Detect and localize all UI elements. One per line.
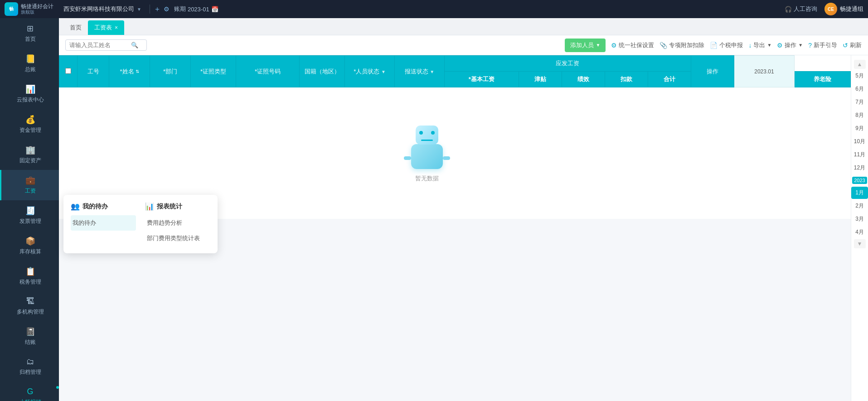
sidebar-item-ledger[interactable]: 📒 总账 (0, 48, 59, 79)
popup-col-todo-title: 👥 我的待办 (71, 202, 136, 211)
sidebar-item-multi-org[interactable]: 🏗 多机构管理 (0, 291, 59, 321)
month-nov[interactable]: 11月 (851, 149, 868, 161)
home-icon: ⊞ (27, 24, 34, 34)
logo-icon: 畅 (5, 2, 18, 16)
sidebar-item-home[interactable]: ⊞ 首页 (0, 18, 59, 48)
right-panel: ▲ 5月 6月 7月 8月 9月 10月 11月 12月 2023 1月 2月 … (851, 55, 868, 401)
calendar-icon[interactable]: 📅 (211, 6, 218, 13)
personnel-status-filter-icon[interactable]: ▼ (381, 69, 386, 74)
popup-item-dept-expense[interactable]: 部门费用类型统计表 (145, 231, 210, 246)
tax-declare-button[interactable]: 📄 个税申报 (710, 41, 743, 49)
sidebar-item-inventory[interactable]: 📦 库存核算 (0, 231, 59, 261)
toolbar-right: 添加人员 ▼ ⚙ 统一社保设置 📎 专项附加扣除 📄 个税申报 ↓ 导 (565, 39, 862, 52)
popup-col-report-label: 报表统计 (157, 203, 182, 211)
popup-col-todo: 👥 我的待办 我的待办 (71, 202, 136, 246)
sidebar-item-fund[interactable]: 💰 资金管理 (0, 109, 59, 140)
scroll-down-button[interactable]: ▼ (854, 239, 866, 248)
scroll-up-button[interactable]: ▲ (854, 60, 866, 69)
search-icon[interactable]: 🔍 (131, 42, 138, 48)
salary-table: 工号 *姓名 ⇅ *部门 *证照类型 *证照号码 国籍（地区） (59, 55, 851, 219)
todo-icon: 👥 (71, 202, 80, 211)
month-dec[interactable]: 12月 (851, 162, 868, 174)
th-date-column: 2023.01 (734, 56, 794, 87)
company-settings-icon[interactable]: ⚙ (164, 5, 170, 13)
social-insurance-button[interactable]: ⚙ 统一社保设置 (611, 41, 654, 49)
search-box[interactable]: 🔍 (65, 39, 147, 51)
sidebar-label-close-period: 结账 (25, 338, 36, 346)
period-value: 2023-01 (188, 6, 209, 13)
month-jun[interactable]: 6月 (851, 83, 868, 95)
service-label: 人工咨询 (794, 5, 817, 13)
social-insurance-icon: ⚙ (611, 42, 617, 49)
tab-close-icon[interactable]: × (115, 24, 118, 31)
archive-icon: 🗂 (26, 357, 34, 367)
tab-salary-label: 工资表 (94, 24, 112, 32)
tab-home[interactable]: 首页 (63, 20, 88, 35)
month-mar[interactable]: 3月 (851, 213, 868, 225)
robot-right-eye (431, 131, 435, 135)
sidebar-label-multi-org: 多机构管理 (17, 308, 44, 316)
special-deduction-button[interactable]: 📎 专项附加扣除 (659, 41, 704, 49)
company-selector[interactable]: 西安虾米网络科技有限公司 ▼ (59, 5, 146, 13)
th-department: *部门 (150, 56, 191, 87)
th-employee-id: 工号 (78, 56, 109, 87)
operations-button[interactable]: ⚙ 操作 ▼ (777, 41, 803, 49)
fixed-assets-icon: 🏢 (25, 145, 35, 155)
year-badge: 2023 (852, 177, 867, 184)
month-apr[interactable]: 4月 (851, 226, 868, 238)
headset-icon: 🎧 (785, 6, 792, 13)
popup-col-report: 📊 报表统计 费用趋势分析 部门费用类型统计表 (145, 202, 210, 246)
name-sort-icon[interactable]: ⇅ (136, 69, 139, 74)
period-label: 账期 (174, 5, 186, 13)
user-service-button[interactable]: 🎧 人工咨询 (785, 5, 817, 13)
sidebar-item-close-period[interactable]: 📓 结账 (0, 321, 59, 352)
month-may[interactable]: 5月 (851, 70, 868, 82)
search-input[interactable] (69, 42, 128, 48)
tab-bar: 首页 工资表 × (59, 18, 868, 35)
refresh-button[interactable]: ↺ 刷新 (843, 41, 862, 49)
month-jan[interactable]: 1月 (851, 187, 868, 199)
report-status-filter-icon[interactable]: ▼ (430, 69, 434, 74)
sidebar-label-home: 首页 (25, 35, 36, 43)
month-jul[interactable]: 7月 (851, 96, 868, 108)
inventory-icon: 📦 (25, 236, 35, 246)
cloud-report-icon: 📊 (25, 84, 35, 94)
robot-left-arm (404, 156, 411, 160)
export-button[interactable]: ↓ 导出 ▼ (748, 41, 771, 49)
month-sep[interactable]: 9月 (851, 122, 868, 135)
th-operations: 操作 (691, 56, 734, 87)
sidebar-item-invoice[interactable]: 🧾 发票管理 (0, 200, 59, 231)
user-name: 畅捷通组 (840, 5, 863, 13)
th-deductions: 扣款 (605, 72, 648, 87)
month-feb[interactable]: 2月 (851, 200, 868, 212)
user-avatar-area[interactable]: CE 畅捷通组 (824, 3, 863, 15)
sidebar-item-salary[interactable]: 💼 工资 (0, 170, 59, 200)
ledger-icon: 📒 (25, 54, 35, 64)
robot-head (416, 126, 438, 145)
sidebar-item-xiao-chang[interactable]: G 小畅报销 (0, 382, 59, 401)
logo-initials: 畅 (9, 6, 14, 12)
sidebar-item-tax[interactable]: 📋 税务管理 (0, 261, 59, 291)
tab-salary[interactable]: 工资表 × (88, 20, 124, 35)
add-company-button[interactable]: ＋ (154, 5, 161, 14)
select-all-checkbox[interactable] (65, 68, 71, 74)
operations-icon: ⚙ (777, 42, 783, 49)
sidebar-item-archive[interactable]: 🗂 归档管理 (0, 352, 59, 382)
sidebar-item-fixed-assets[interactable]: 🏢 固定资产 (0, 140, 59, 170)
popup-item-expense-trend[interactable]: 费用趋势分析 (145, 215, 210, 231)
popup-menu-cols: 👥 我的待办 我的待办 📊 报表统计 费用趋势分析 部门费用类型统计表 (71, 202, 210, 246)
sidebar-item-cloud-report[interactable]: 📊 云报表中心 (0, 79, 59, 109)
logo-text: 畅捷通好会计 旗舰版 (21, 3, 53, 15)
th-cert-type: *证照类型 (191, 56, 236, 87)
sidebar-label-fund: 资金管理 (19, 126, 41, 134)
sidebar-label-fixed-assets: 固定资产 (19, 157, 41, 164)
popup-col-report-title: 📊 报表统计 (145, 202, 210, 211)
add-person-button[interactable]: 添加人员 ▼ (565, 39, 606, 52)
month-aug[interactable]: 8月 (851, 109, 868, 121)
popup-item-my-todo[interactable]: 我的待办 (71, 215, 136, 231)
month-oct[interactable]: 10月 (851, 135, 868, 148)
toolbar: 🔍 添加人员 ▼ ⚙ 统一社保设置 📎 专项附加扣除 📄 个税申报 (59, 35, 868, 55)
guide-button[interactable]: ? 新手引导 (808, 41, 837, 49)
tax-icon: 📋 (25, 266, 35, 276)
empty-illustration (402, 124, 452, 169)
